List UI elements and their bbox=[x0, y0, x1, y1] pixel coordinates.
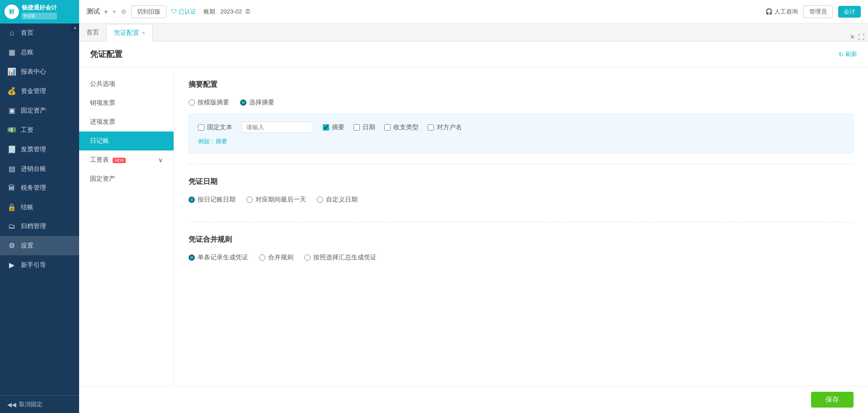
abstract-checkbox[interactable] bbox=[323, 124, 329, 131]
merge-summary-radio[interactable] bbox=[304, 254, 311, 261]
date-custom-option[interactable]: 自定义日期 bbox=[317, 196, 358, 204]
merge-single-radio[interactable] bbox=[189, 254, 195, 261]
abstract-select-radio[interactable] bbox=[240, 99, 246, 106]
fixed-assets-icon: ▣ bbox=[7, 106, 16, 115]
abstract-checkbox-label: 摘要 bbox=[332, 123, 344, 131]
sidebar-item-invoice-management[interactable]: 🧾 发票管理 bbox=[0, 140, 79, 159]
sidebar-item-settings[interactable]: ⚙ 设置 bbox=[0, 236, 79, 255]
topbar-right: 🎧 人工咨询 管理员 会计 bbox=[765, 5, 861, 18]
accountant-button[interactable]: 会计 bbox=[838, 6, 861, 18]
counterparty-checkbox-option[interactable]: 对方户名 bbox=[428, 123, 462, 131]
app-edition: 专业版 bbox=[22, 13, 57, 19]
inner-layout: 公共选项 销项发票 进项发票 日记账 工资表 NEW bbox=[79, 67, 868, 386]
config-area: 摘要配置 按模版摘要 选择摘要 bbox=[174, 67, 868, 386]
left-nav-sales-invoice[interactable]: 销项发票 bbox=[79, 94, 174, 113]
merge-summary-label: 按照选择汇总生成凭证 bbox=[313, 253, 377, 262]
merge-summary-option[interactable]: 按照选择汇总生成凭证 bbox=[304, 253, 377, 262]
date-journal-label: 按日记账日期 bbox=[198, 196, 236, 204]
left-nav-public[interactable]: 公共选项 bbox=[79, 75, 174, 94]
abstract-section-title: 摘要配置 bbox=[189, 80, 854, 89]
merge-single-option[interactable]: 单条记录生成凭证 bbox=[189, 253, 248, 262]
merge-single-label: 单条记录生成凭证 bbox=[198, 253, 248, 262]
merge-section-title: 凭证合并规则 bbox=[189, 235, 854, 244]
beginner-icon: ▶ bbox=[7, 261, 16, 269]
date-last-day-option[interactable]: 对应期间最后一天 bbox=[246, 196, 306, 204]
left-nav-fixed-assets[interactable]: 固定资产 bbox=[79, 169, 174, 188]
tab-voucher-config[interactable]: 凭证配置 × bbox=[106, 24, 153, 42]
tabbar-actions: × ⛶ bbox=[850, 33, 868, 41]
sidebar-item-purchase-sales[interactable]: ▤ 进销台账 bbox=[0, 159, 79, 178]
date-checkbox[interactable] bbox=[354, 124, 360, 131]
abstract-example: 例如：摘要 bbox=[198, 137, 844, 145]
date-checkbox-option[interactable]: 日期 bbox=[354, 123, 375, 131]
workspace-title: 测试 bbox=[86, 7, 100, 16]
left-nav-payroll-table-label: 工资表 NEW bbox=[90, 156, 126, 164]
save-button[interactable]: 保存 bbox=[811, 392, 854, 408]
tabbar-close-button[interactable]: × bbox=[850, 33, 854, 41]
date-journal-option[interactable]: 按日记账日期 bbox=[189, 196, 236, 204]
close-accounts-icon: 🔒 bbox=[7, 203, 16, 211]
left-nav-payroll-table[interactable]: 工资表 NEW ∨ bbox=[79, 150, 174, 169]
merge-rules-label: 合并规则 bbox=[268, 253, 293, 262]
manager-button[interactable]: 管理员 bbox=[803, 5, 833, 18]
tabbar: 首页 凭证配置 × × ⛶ bbox=[79, 23, 868, 42]
headset-icon: 🎧 bbox=[765, 8, 773, 15]
left-nav-purchase-invoice[interactable]: 进项发票 bbox=[79, 113, 174, 131]
sidebar: 财 畅捷通好会计 专业版 ▲ ⌂ 首页 ▦ 总账 📊 报表中心 💰 资金管理 ▣… bbox=[0, 0, 79, 413]
merge-rules-option[interactable]: 合并规则 bbox=[259, 253, 293, 262]
income-type-checkbox-option[interactable]: 收支类型 bbox=[384, 123, 419, 131]
tab-home[interactable]: 首页 bbox=[79, 23, 106, 41]
sidebar-item-close-accounts[interactable]: 🔒 结账 bbox=[0, 197, 79, 217]
abstract-template-option[interactable]: 按模版摘要 bbox=[189, 99, 229, 107]
consult-button[interactable]: 🎧 人工咨询 bbox=[765, 8, 798, 16]
income-type-checkbox[interactable] bbox=[384, 124, 391, 131]
merge-rules-radio[interactable] bbox=[259, 254, 265, 261]
date-last-day-radio[interactable] bbox=[246, 197, 253, 203]
sidebar-item-home[interactable]: ⌂ 首页 bbox=[0, 23, 79, 42]
sidebar-item-payroll[interactable]: 💵 工资 bbox=[0, 120, 79, 140]
left-nav-journal[interactable]: 日记账 bbox=[79, 131, 174, 150]
report-icon: 📊 bbox=[7, 67, 16, 76]
sidebar-item-label: 结账 bbox=[21, 203, 33, 211]
sidebar-item-archive-management[interactable]: 🗂 归档管理 bbox=[0, 217, 79, 236]
topbar: 测试 ▾ + ⚙ 切到旧版 🛡 已认证 账期 2023-02 🗓 🎧 人工咨询 … bbox=[79, 0, 868, 23]
sidebar-item-label: 归档管理 bbox=[21, 222, 46, 230]
payroll-icon: 💵 bbox=[7, 126, 16, 134]
fixed-text-option[interactable]: 固定文本 bbox=[198, 123, 232, 131]
counterparty-checkbox[interactable] bbox=[428, 124, 434, 131]
fixed-text-checkbox[interactable] bbox=[198, 124, 204, 131]
sidebar-item-label: 新手引导 bbox=[21, 261, 46, 269]
date-journal-radio[interactable] bbox=[189, 197, 195, 203]
sidebar-item-report-center[interactable]: 📊 报表中心 bbox=[0, 62, 79, 81]
main-area: 测试 ▾ + ⚙ 切到旧版 🛡 已认证 账期 2023-02 🗓 🎧 人工咨询 … bbox=[79, 0, 868, 413]
tax-icon: 🏛 bbox=[7, 184, 16, 192]
logo-text-block: 畅捷通好会计 专业版 bbox=[22, 4, 57, 19]
refresh-button[interactable]: ↻ 刷新 bbox=[839, 50, 857, 58]
switch-old-version-button[interactable]: 切到旧版 bbox=[131, 5, 166, 18]
sidebar-item-label: 发票管理 bbox=[21, 145, 46, 154]
sidebar-item-tax-management[interactable]: 🏛 税务管理 bbox=[0, 178, 79, 197]
sidebar-item-ledger[interactable]: ▦ 总账 bbox=[0, 42, 79, 62]
refresh-label: 刷新 bbox=[845, 50, 857, 58]
add-workspace-button[interactable]: + bbox=[112, 8, 116, 16]
sidebar-item-beginner-guide[interactable]: ▶ 新手引导 bbox=[0, 255, 79, 275]
tab-close-icon[interactable]: × bbox=[142, 30, 145, 36]
ledger-icon: ▦ bbox=[7, 48, 16, 56]
sidebar-item-fund-management[interactable]: 💰 资金管理 bbox=[0, 81, 79, 101]
tabbar-expand-button[interactable]: ⛶ bbox=[858, 33, 864, 41]
abstract-detail-row: 固定文本 摘要 日期 bbox=[198, 122, 844, 133]
abstract-checkbox-option[interactable]: 摘要 bbox=[323, 123, 344, 131]
abstract-template-label: 按模版摘要 bbox=[198, 99, 229, 107]
archive-icon: 🗂 bbox=[7, 222, 16, 230]
abstract-template-radio[interactable] bbox=[189, 99, 195, 106]
invoice-icon: 🧾 bbox=[7, 145, 16, 154]
sidebar-item-fixed-assets[interactable]: ▣ 固定资产 bbox=[0, 101, 79, 120]
settings-gear-icon[interactable]: ⚙ bbox=[121, 8, 127, 15]
fixed-text-input[interactable] bbox=[241, 122, 314, 133]
scroll-up-icon[interactable]: ▲ bbox=[71, 23, 79, 31]
cancel-fixed-button[interactable]: ◀◀ 取消固定 bbox=[0, 395, 79, 413]
workspace-dropdown-icon[interactable]: ▾ bbox=[104, 8, 108, 15]
abstract-select-option[interactable]: 选择摘要 bbox=[240, 99, 274, 107]
date-custom-radio[interactable] bbox=[317, 197, 323, 203]
content-wrapper: 凭证配置 ↻ 刷新 公共选项 销项发票 进项发票 bbox=[79, 42, 868, 413]
